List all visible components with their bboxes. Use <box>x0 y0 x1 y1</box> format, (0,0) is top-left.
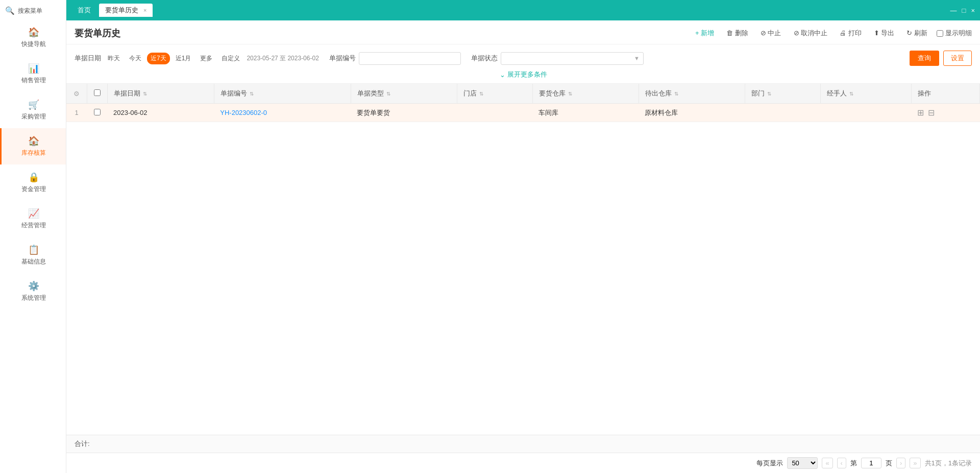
page-content: 要货单历史 + 新增 🗑 删除 ⊘ 中止 ⊘ 取消中止 🖨 打印 ⬆ 导出 ↻ … <box>66 20 980 473</box>
tab-home[interactable]: 首页 <box>71 4 97 17</box>
expand-label: 展开更多条件 <box>507 70 547 79</box>
export-button[interactable]: ⬆ 导出 <box>871 27 898 40</box>
topbar: 首页 要货单历史 × — □ × <box>66 0 980 20</box>
select-all-checkbox[interactable] <box>94 89 101 96</box>
sidebar-item-label: 库存核算 <box>21 149 46 157</box>
row-pending-warehouse: 原材料仓库 <box>639 104 745 122</box>
tab-close-icon[interactable]: × <box>143 7 146 13</box>
doc-number-link[interactable]: YH-20230602-0 <box>220 109 267 116</box>
sidebar-item-quick-nav[interactable]: 🏠 快捷导航 <box>0 19 66 56</box>
tab-active-label: 要货单历史 <box>105 6 138 15</box>
col-doc-number-label: 单据编号 <box>220 89 247 98</box>
action-icons: ⊞ ⊟ <box>917 108 973 117</box>
sidebar-search[interactable]: 🔍 搜索菜单 <box>0 0 66 19</box>
status-input[interactable] <box>501 52 644 65</box>
more-icon[interactable]: ⊟ <box>928 108 935 117</box>
sort-date-icon[interactable]: ⇅ <box>143 91 147 97</box>
filter-area: 单据日期 昨天 今天 近7天 近1月 更多 自定义 2023-05-27 至 2… <box>66 44 980 84</box>
col-settings[interactable]: ⚙ <box>66 84 87 104</box>
date-btn-more[interactable]: 更多 <box>197 53 216 64</box>
date-filter-label: 单据日期 <box>75 54 101 63</box>
sidebar-item-inventory[interactable]: 🏠 库存核算 <box>0 128 66 164</box>
table-container: ⚙ 单据日期 ⇅ 单据编号 <box>66 84 980 435</box>
sidebar-item-basic-info[interactable]: 📋 基础信息 <box>0 237 66 273</box>
next-page-btn[interactable]: › <box>896 458 905 468</box>
col-req-warehouse-label: 要货仓库 <box>539 89 566 98</box>
display-detail-toggle[interactable]: 显示明细 <box>937 29 972 38</box>
col-doc-number: 单据编号 ⇅ <box>214 84 351 104</box>
sidebar: 🔍 搜索菜单 🏠 快捷导航 📊 销售管理 🛒 采购管理 🏠 库存核算 🔒 资金管… <box>0 0 66 473</box>
summary-label: 合计: <box>75 439 90 448</box>
sort-reqwh-icon[interactable]: ⇅ <box>568 91 572 97</box>
toolbar: + 新增 🗑 删除 ⊘ 中止 ⊘ 取消中止 🖨 打印 ⬆ 导出 ↻ 刷新 显示明… <box>692 27 972 40</box>
sort-store-icon[interactable]: ⇅ <box>479 91 483 97</box>
sidebar-item-sales[interactable]: 📊 销售管理 <box>0 56 66 92</box>
filter-action-btns: 查询 设置 <box>910 51 972 66</box>
stop-button[interactable]: ⊘ 中止 <box>757 27 785 40</box>
edit-icon[interactable]: ⊞ <box>917 108 924 117</box>
cancel-stop-button[interactable]: ⊘ 取消中止 <box>791 27 831 40</box>
date-btn-custom[interactable]: 自定义 <box>218 53 243 64</box>
prev-page-btn[interactable]: ‹ <box>837 458 846 468</box>
sort-docnum-icon[interactable]: ⇅ <box>250 91 254 97</box>
col-date: 单据日期 ⇅ <box>107 84 214 104</box>
delete-button[interactable]: 🗑 删除 <box>723 27 751 40</box>
filter-doc-number: 单据编号 <box>329 52 461 65</box>
sort-doctype-icon[interactable]: ⇅ <box>386 91 390 97</box>
sort-pendwh-icon[interactable]: ⇅ <box>674 91 678 97</box>
date-buttons: 昨天 今天 近7天 近1月 更多 自定义 <box>104 53 243 64</box>
expand-filters-btn[interactable]: ⌄ 展开更多条件 <box>500 70 547 79</box>
col-doc-type: 单据类型 ⇅ <box>351 84 457 104</box>
col-handler-label: 经手人 <box>827 89 847 98</box>
sidebar-item-finance[interactable]: 🔒 资金管理 <box>0 164 66 201</box>
chart-icon: 📊 <box>28 63 39 74</box>
lock-icon: 🔒 <box>28 172 39 183</box>
page-header: 要货单历史 + 新增 🗑 删除 ⊘ 中止 ⊘ 取消中止 🖨 打印 ⬆ 导出 ↻ … <box>66 20 980 44</box>
pagination-info: 共1页，1条记录 <box>925 459 972 468</box>
print-button[interactable]: 🖨 打印 <box>837 27 865 40</box>
table-row: 1 2023-06-02 YH-20230602-0 要货单要货 车间库 原材料… <box>66 104 980 122</box>
date-btn-yesterday[interactable]: 昨天 <box>104 53 124 64</box>
sidebar-item-label: 销售管理 <box>21 76 46 85</box>
date-btn-1month[interactable]: 近1月 <box>172 53 195 64</box>
col-handler: 经手人 ⇅ <box>820 84 911 104</box>
row-date: 2023-06-02 <box>107 104 214 122</box>
doc-number-input[interactable] <box>359 52 461 65</box>
col-checkbox <box>87 84 107 104</box>
row-handler <box>820 104 911 122</box>
tab-active[interactable]: 要货单历史 × <box>99 4 153 17</box>
window-close-btn[interactable]: × <box>971 7 975 14</box>
new-button[interactable]: + 新增 <box>692 27 717 40</box>
display-detail-label: 显示明细 <box>945 29 972 38</box>
sidebar-item-operation[interactable]: 📈 经营管理 <box>0 201 66 237</box>
current-page-input[interactable]: 1 <box>861 458 881 468</box>
first-page-btn[interactable]: « <box>822 458 832 468</box>
col-pending-warehouse-label: 待出仓库 <box>645 89 672 98</box>
date-btn-today[interactable]: 今天 <box>126 53 145 64</box>
display-detail-checkbox[interactable] <box>937 30 943 37</box>
last-page-btn[interactable]: » <box>910 458 920 468</box>
sidebar-item-purchase[interactable]: 🛒 采购管理 <box>0 92 66 128</box>
window-maximize-btn[interactable]: □ <box>962 7 966 14</box>
row-checkbox[interactable] <box>94 109 101 115</box>
sidebar-item-system[interactable]: ⚙️ 系统管理 <box>0 273 66 310</box>
search-icon: 🔍 <box>5 6 15 15</box>
query-button[interactable]: 查询 <box>910 51 939 66</box>
date-btn-7days[interactable]: 近7天 <box>147 53 170 64</box>
warehouse-icon: 🏠 <box>28 135 39 147</box>
page-size-select[interactable]: 50 100 200 <box>787 457 818 469</box>
settings-button[interactable]: 设置 <box>943 51 972 66</box>
gear-icon: ⚙️ <box>28 280 39 292</box>
col-store-label: 门店 <box>463 89 477 98</box>
sort-handler-icon[interactable]: ⇅ <box>849 91 853 97</box>
filter-status: 单据状态 ▼ <box>471 52 644 65</box>
sort-dept-icon[interactable]: ⇅ <box>767 91 771 97</box>
row-doc-number: YH-20230602-0 <box>214 104 351 122</box>
page-title: 要货单历史 <box>75 27 692 39</box>
ops-icon: 📈 <box>28 208 39 219</box>
refresh-button[interactable]: ↻ 刷新 <box>903 27 930 40</box>
sidebar-item-label: 系统管理 <box>21 294 46 302</box>
window-minimize-btn[interactable]: — <box>950 7 957 14</box>
sidebar-item-label: 快捷导航 <box>21 40 46 49</box>
tab-home-label: 首页 <box>78 6 91 15</box>
